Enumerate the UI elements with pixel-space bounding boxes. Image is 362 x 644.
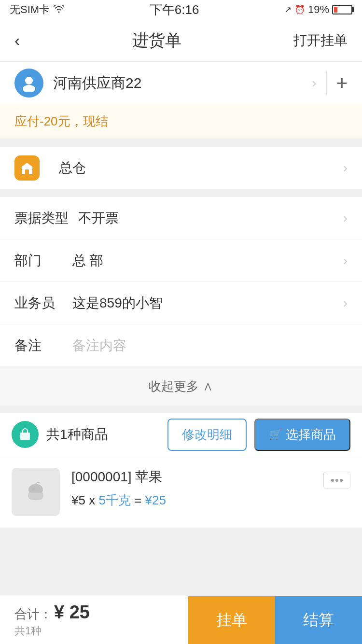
chevron-right-icon: ›: [343, 295, 348, 311]
supplier-row[interactable]: 河南供应商22 › +: [0, 62, 362, 104]
svg-point-1: [23, 85, 35, 92]
dot-2: [335, 479, 338, 482]
battery-icon: [332, 5, 352, 14]
status-bar: 无SIM卡 下午6:16 ↗ ⏰ 19%: [0, 0, 362, 19]
total-amount: ¥ 25: [54, 602, 90, 623]
select-product-label: 选择商品: [286, 426, 336, 443]
product-item: [0000001] 苹果 ¥5 x 5千克 = ¥25: [0, 456, 362, 528]
dot-1: [331, 479, 334, 482]
department-value: 总 部: [72, 252, 338, 270]
product-qty: 5千克: [98, 493, 130, 507]
product-count: 共1种商品: [46, 425, 160, 444]
shopping-bag-icon: [17, 427, 33, 442]
remark-label: 备注: [14, 336, 63, 355]
collapse-button[interactable]: 收起更多 ∧: [0, 367, 362, 406]
bottom-bar: 合计： ¥ 25 共1种 挂单 结算: [0, 596, 362, 644]
svg-point-0: [25, 77, 33, 84]
product-thumb-icon: [21, 480, 50, 504]
total-label: 合计：: [14, 606, 52, 623]
product-id: [0000001]: [71, 469, 135, 484]
warehouse-card: 总仓 ›: [0, 147, 362, 189]
warehouse-value: 总仓: [59, 159, 338, 177]
supplier-card: 河南供应商22 › + 应付-20元，现结: [0, 62, 362, 139]
add-button[interactable]: +: [336, 73, 348, 93]
form-card: 票据类型 不开票 › 部门 总 部 › 业务员 这是859的小智 › 备注 备注…: [0, 197, 362, 406]
open-pending-button[interactable]: 打开挂单: [293, 31, 348, 50]
back-button[interactable]: ‹: [14, 31, 20, 50]
hang-button[interactable]: 挂单: [188, 596, 275, 644]
total-section: 合计： ¥ 25 共1种: [0, 602, 188, 638]
total-count: 共1种: [14, 624, 174, 638]
salesperson-value: 这是859的小智: [72, 294, 338, 312]
battery-percent: 19%: [308, 3, 329, 16]
svg-rect-5: [20, 433, 30, 440]
salesperson-row[interactable]: 业务员 这是859的小智 ›: [0, 282, 362, 324]
product-title: 苹果: [135, 469, 162, 484]
main-content: 河南供应商22 › + 应付-20元，现结 总仓 › 票据类型: [0, 62, 362, 588]
vertical-divider: [326, 71, 327, 95]
department-label: 部门: [14, 252, 63, 270]
product-header: 共1种商品 修改明细 🛒 选择商品: [0, 413, 362, 456]
person-icon: [20, 74, 38, 92]
warehouse-icon-bg: [14, 155, 40, 181]
product-price-row: ¥5 x 5千克 = ¥25: [71, 492, 312, 509]
product-more-actions[interactable]: [323, 468, 350, 516]
chevron-right-icon: ›: [343, 160, 348, 176]
carrier-text: 无SIM卡: [10, 2, 50, 17]
product-info: [0000001] 苹果 ¥5 x 5千克 = ¥25: [71, 468, 312, 516]
page-title: 进货单: [132, 29, 181, 52]
supplier-name: 河南供应商22: [53, 73, 307, 93]
notice-bar: 应付-20元，现结: [0, 104, 362, 139]
svg-marker-3: [21, 163, 33, 168]
invoice-type-value: 不开票: [78, 209, 338, 227]
nav-bar: ‹ 进货单 打开挂单: [0, 19, 362, 62]
warehouse-icon: [20, 161, 34, 175]
warehouse-row[interactable]: 总仓 ›: [0, 147, 362, 189]
checkout-button[interactable]: 结算: [275, 596, 362, 644]
wifi-icon: [54, 3, 64, 16]
status-right: ↗ ⏰ 19%: [284, 3, 352, 16]
chevron-right-icon: ›: [343, 253, 348, 268]
invoice-type-row[interactable]: 票据类型 不开票 ›: [0, 197, 362, 239]
product-total: ¥25: [145, 493, 166, 507]
cart-icon: 🛒: [269, 428, 282, 441]
unit-price: ¥5: [71, 493, 85, 507]
notice-text: 应付-20元，现结: [14, 114, 108, 128]
supplier-avatar: [14, 69, 43, 98]
invoice-type-label: 票据类型: [14, 209, 69, 227]
select-product-button[interactable]: 🛒 选择商品: [254, 419, 350, 451]
status-left: 无SIM卡: [10, 2, 64, 17]
alarm-icon: ⏰: [294, 4, 305, 15]
remark-placeholder: 备注内容: [72, 336, 348, 355]
svg-point-7: [32, 488, 35, 490]
status-time: 下午6:16: [150, 1, 199, 18]
department-row[interactable]: 部门 总 部 ›: [0, 239, 362, 282]
more-button[interactable]: [323, 472, 350, 489]
remark-row[interactable]: 备注 备注内容: [0, 324, 362, 367]
product-card: 共1种商品 修改明细 🛒 选择商品 [0000001] 苹果: [0, 413, 362, 528]
svg-rect-4: [25, 169, 29, 174]
edit-detail-button[interactable]: 修改明细: [167, 419, 247, 451]
salesperson-label: 业务员: [14, 294, 63, 312]
dot-3: [340, 479, 343, 482]
product-name: [0000001] 苹果: [71, 468, 312, 486]
chevron-right-icon: ›: [343, 210, 348, 226]
product-icon-bg: [12, 421, 39, 448]
product-thumbnail: [12, 468, 60, 516]
location-icon: ↗: [284, 4, 292, 15]
chevron-right-icon: ›: [312, 75, 316, 91]
